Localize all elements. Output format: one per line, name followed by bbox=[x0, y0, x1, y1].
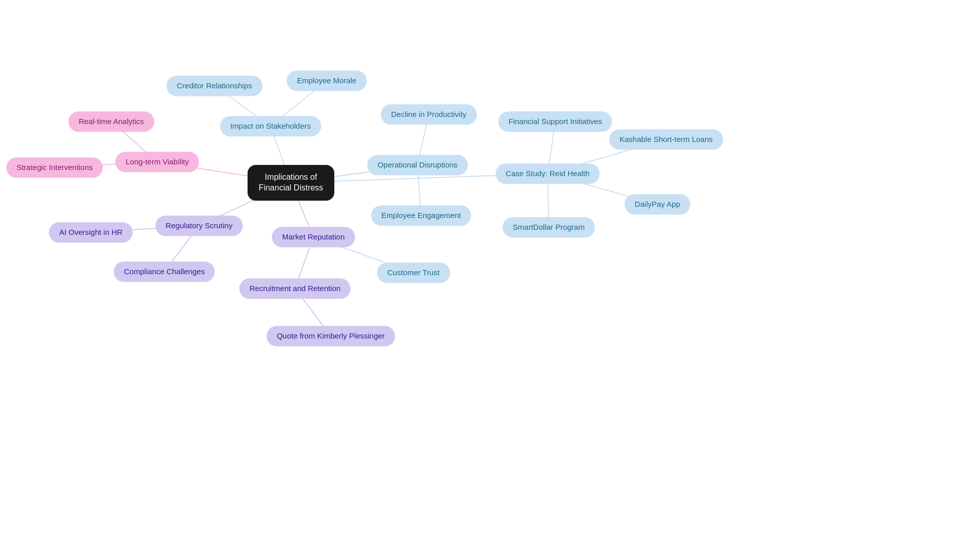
node-center[interactable]: Implications of Financial Distress bbox=[248, 165, 334, 201]
node-smartdollar[interactable]: SmartDollar Program bbox=[503, 217, 595, 237]
node-customer_trust[interactable]: Customer Trust bbox=[377, 262, 450, 283]
node-dailypay[interactable]: DailyPay App bbox=[624, 194, 690, 214]
node-financial_support[interactable]: Financial Support Initiatives bbox=[498, 111, 612, 132]
node-kashable[interactable]: Kashable Short-term Loans bbox=[609, 129, 723, 150]
node-operational_disruptions[interactable]: Operational Disruptions bbox=[368, 155, 468, 175]
node-long_term_viability[interactable]: Long-term Viability bbox=[115, 152, 199, 172]
node-impact_stakeholders[interactable]: Impact on Stakeholders bbox=[220, 116, 321, 136]
mindmap-canvas: Implications of Financial DistressImpact… bbox=[0, 0, 980, 553]
node-employee_engagement[interactable]: Employee Engagement bbox=[371, 205, 471, 226]
node-recruitment_retention[interactable]: Recruitment and Retention bbox=[239, 278, 351, 299]
node-strategic_interventions[interactable]: Strategic Interventions bbox=[6, 157, 103, 178]
node-regulatory_scrutiny[interactable]: Regulatory Scrutiny bbox=[156, 215, 243, 236]
node-quote_kimberly[interactable]: Quote from Kimberly Plessinger bbox=[266, 326, 395, 346]
node-employee_morale[interactable]: Employee Morale bbox=[287, 70, 367, 91]
node-compliance_challenges[interactable]: Compliance Challenges bbox=[114, 261, 215, 282]
node-ai_oversight[interactable]: AI Oversight in HR bbox=[49, 222, 133, 243]
node-case_study_reid[interactable]: Case Study: Reid Health bbox=[496, 163, 600, 184]
node-market_reputation[interactable]: Market Reputation bbox=[272, 227, 355, 247]
node-real_time_analytics[interactable]: Real-time Analytics bbox=[68, 111, 154, 132]
node-decline_productivity[interactable]: Decline in Productivity bbox=[381, 104, 477, 125]
node-creditor_relationships[interactable]: Creditor Relationships bbox=[166, 76, 262, 96]
